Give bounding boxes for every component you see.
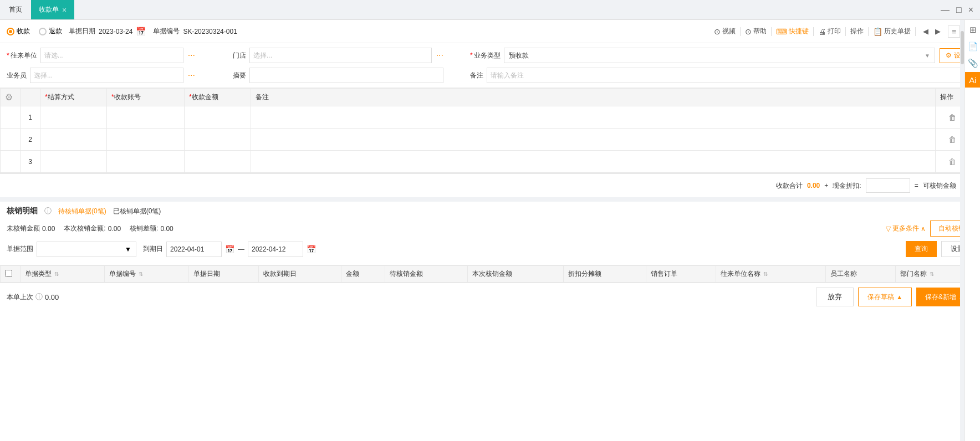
form-row-2: 业务员 ··· 摘要 备注: [7, 68, 973, 83]
date-from-input[interactable]: [166, 242, 222, 257]
sidebar-table-icon[interactable]: ⊞: [965, 22, 980, 38]
current-value: 0.00: [108, 225, 121, 233]
scope-select[interactable]: ▼: [37, 242, 136, 257]
more-conditions-btn[interactable]: ▽ 更多条件 ∧: [886, 224, 926, 233]
shoukuan-radio[interactable]: 收款: [7, 27, 30, 36]
shop-input[interactable]: [249, 48, 432, 63]
col-action-label: 操作: [940, 93, 953, 101]
unchecked-stat: 未核销金额 0.00: [7, 224, 55, 233]
sidebar-ai-icon[interactable]: Ai: [965, 72, 980, 88]
col-dept-label: 部门名称: [900, 270, 927, 278]
bottom-info-icon[interactable]: ⓘ: [35, 292, 43, 302]
diff-label: 核销差额:: [130, 224, 158, 233]
shortcut-btn[interactable]: ⌨ 快捷键: [776, 27, 809, 36]
staff-more-icon[interactable]: ···: [188, 70, 195, 80]
date-label: 单据日期: [69, 27, 95, 36]
filter-row: 单据范围 ▼ 到期日 📅 — 📅 查询 设置: [7, 241, 973, 257]
bottom-info: 本单上次 ⓘ 0.00: [7, 292, 59, 302]
help-icon: ⊙: [745, 27, 752, 36]
video-icon: ⊙: [714, 27, 721, 36]
col-amount-header: *收款金额: [185, 89, 251, 106]
sidebar-attachment-icon[interactable]: 📎: [965, 55, 980, 71]
row2-remark[interactable]: [251, 129, 936, 151]
next-arrow[interactable]: ▶: [932, 26, 943, 37]
col-type-label: 单据类型: [25, 270, 52, 278]
home-tab[interactable]: 首页: [0, 0, 31, 19]
filter-icon: ▽: [886, 225, 891, 233]
video-btn[interactable]: ⊙ 视频: [714, 27, 736, 36]
draft-btn[interactable]: 保存草稿 ▲: [858, 288, 912, 306]
help-btn[interactable]: ⊙ 帮助: [745, 27, 767, 36]
shop-label: 门店: [233, 51, 246, 60]
row3-account[interactable]: [107, 151, 185, 173]
close-tab-icon[interactable]: ×: [62, 6, 67, 14]
done-tab[interactable]: 已核销单据(0笔): [113, 207, 161, 216]
shop-more-icon[interactable]: ···: [436, 50, 443, 60]
tuikuan-radio[interactable]: 退款: [39, 27, 62, 36]
row1-settle[interactable]: [40, 106, 107, 129]
print-label: 打印: [828, 27, 841, 36]
date-picker-icon[interactable]: 📅: [136, 27, 146, 37]
close-window-icon[interactable]: ×: [966, 3, 976, 17]
col-date-label: 单据日期: [193, 270, 220, 278]
hexiao-title: 核销明细: [7, 206, 38, 216]
scope-label: 单据范围: [7, 244, 33, 254]
prev-arrow[interactable]: ◀: [920, 26, 931, 37]
shoukuan-tab[interactable]: 收款单 ×: [31, 0, 74, 19]
chevron-up-icon: ∧: [921, 225, 926, 233]
query-btn[interactable]: 查询: [906, 241, 937, 257]
shortcut-icon: ⌨: [776, 27, 787, 36]
table-settings-icon[interactable]: ⚙: [5, 93, 13, 102]
partner-input[interactable]: [40, 48, 183, 63]
history-btn[interactable]: 📋 历史单据: [873, 27, 911, 36]
row1-delete-icon[interactable]: 🗑: [948, 113, 956, 122]
staff-label: 业务员: [7, 71, 27, 80]
sidebar-doc-icon[interactable]: 📄: [965, 39, 980, 54]
row3-settle[interactable]: [40, 151, 107, 173]
col-account-header: *收款账号: [107, 89, 185, 106]
staff-input[interactable]: [30, 68, 183, 83]
col-partner-header: 往来单位名称 ⇅: [716, 266, 825, 283]
maximize-icon[interactable]: □: [954, 3, 964, 17]
nav-arrows: ◀ ▶: [920, 26, 943, 37]
row3-remark[interactable]: [251, 151, 936, 173]
select-all-checkbox[interactable]: [5, 270, 12, 277]
row3-delete-icon[interactable]: 🗑: [948, 157, 956, 166]
date-from-icon[interactable]: 📅: [225, 245, 234, 254]
row1-account[interactable]: [107, 106, 185, 129]
date-separator: —: [238, 245, 244, 253]
row2-account[interactable]: [107, 129, 185, 151]
remark-label: 备注: [470, 71, 483, 80]
row1-amount[interactable]: [185, 106, 251, 129]
bottom-info-label: 本单上次: [7, 293, 33, 302]
business-type-dropdown[interactable]: 预收款 ▼: [504, 48, 935, 63]
shortcut-label: 快捷键: [789, 27, 809, 36]
scroll-thumb[interactable]: [961, 31, 964, 64]
col-remark-label: 备注: [256, 93, 269, 101]
discount-input[interactable]: [866, 178, 910, 193]
hexiao-info-icon[interactable]: ⓘ: [44, 206, 52, 216]
row3-amount[interactable]: [185, 151, 251, 173]
section-divider: [0, 197, 980, 202]
list-view-btn[interactable]: ≡: [948, 25, 960, 38]
print-btn[interactable]: 🖨 打印: [818, 27, 841, 36]
date-to-icon[interactable]: 📅: [307, 245, 316, 254]
summary-input[interactable]: [249, 68, 443, 83]
row2-settle[interactable]: [40, 129, 107, 151]
sort-icon-num: ⇅: [139, 271, 143, 277]
operate-btn[interactable]: 操作: [850, 27, 864, 36]
row1-remark[interactable]: [251, 106, 936, 129]
col-num-header: [21, 89, 40, 106]
partner-more-icon[interactable]: ···: [188, 50, 195, 60]
row2-amount[interactable]: [185, 129, 251, 151]
minimize-icon[interactable]: —: [938, 3, 952, 17]
divider6: [915, 27, 916, 36]
summary-label: 摘要: [233, 71, 246, 80]
abandon-btn[interactable]: 放弃: [816, 288, 854, 306]
more-conditions-label: 更多条件: [892, 224, 919, 233]
remark-input[interactable]: [487, 68, 973, 83]
row2-delete-icon[interactable]: 🗑: [948, 135, 956, 144]
pending-tab[interactable]: 待核销单据(0笔): [58, 207, 106, 216]
date-to-input[interactable]: [248, 242, 303, 257]
sort-icon-partner: ⇅: [763, 271, 768, 277]
